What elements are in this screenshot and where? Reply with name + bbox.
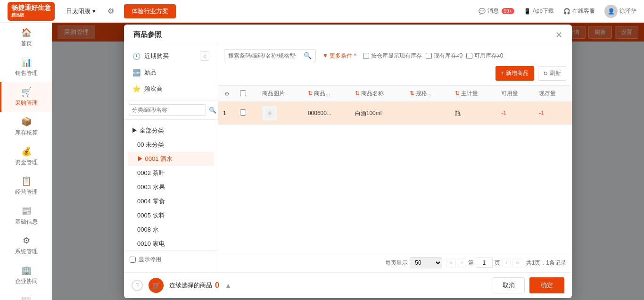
row-name: 白酒100ml: [350, 102, 405, 125]
cat-0010-label: 0010 家电: [137, 240, 165, 248]
settings-col-header[interactable]: ⚙: [218, 86, 235, 102]
row-checkbox[interactable]: [240, 109, 246, 116]
online-service-label: 在线客服: [572, 7, 595, 15]
message-badge: 99+: [502, 8, 514, 14]
category-search-icon[interactable]: 🔍: [209, 107, 216, 114]
cat-all[interactable]: ▶ 全部分类: [128, 124, 214, 138]
name-col-header[interactable]: ⇅ 商品名称: [350, 86, 405, 102]
row-code: 000600...: [303, 102, 350, 125]
message-item[interactable]: 💬 消息 99+: [479, 7, 514, 15]
cat-0005[interactable]: 0005 饮料: [128, 208, 214, 223]
selected-label: 连续选择的商品: [169, 281, 212, 290]
cat-00[interactable]: 00 未分类: [128, 138, 214, 152]
show-disabled-row: 显示停用: [124, 250, 218, 268]
store-name: 日太阳膜: [66, 7, 91, 16]
sidebar-item-enterprise[interactable]: 🏢 企业协同: [0, 260, 51, 290]
cat-all-label: ▶ 全部分类: [132, 126, 164, 135]
product-thumbnail: 图: [262, 106, 277, 121]
chevron-down-icon: ▾: [92, 8, 96, 15]
help-icon[interactable]: ?: [132, 280, 143, 291]
image-col-header: 商品图片: [257, 86, 303, 102]
table-row[interactable]: 1 图: [218, 102, 572, 125]
stock-not-zero-checkbox[interactable]: 现有库存≠0: [426, 52, 462, 60]
cat-0010[interactable]: 0010 家电: [128, 237, 214, 250]
sidebar-item-sales[interactable]: 📊 销售管理: [0, 52, 51, 82]
navbar-center: ⚙ 体验行业方案: [103, 4, 479, 19]
cat-0002[interactable]: 0002 茶叶: [128, 166, 214, 180]
refresh-button[interactable]: ↻ 刷新: [538, 66, 566, 81]
code-col-header[interactable]: ⇅ 商品...: [303, 86, 350, 102]
sidebar-item-basic-info[interactable]: 📰 基础信息: [0, 201, 51, 231]
checkbox-col-header[interactable]: [235, 86, 257, 102]
select-all-checkbox[interactable]: [240, 90, 246, 96]
footer-actions: 取消 确定: [493, 277, 564, 293]
warehouse-stock-label: 按仓库显示现有库存: [371, 52, 422, 60]
collapse-icon[interactable]: «: [200, 51, 209, 61]
confirm-button[interactable]: 确定: [529, 277, 564, 293]
product-reference-modal: 商品参照 ✕ 🕐 近期购买 «: [124, 25, 572, 298]
last-page-button[interactable]: »: [512, 258, 522, 267]
product-table: ⚙ 商品图片 ⇅ 商品... ⇅ 商品名称: [218, 86, 572, 125]
message-icon: 💬: [479, 8, 486, 15]
category-search-input[interactable]: [129, 104, 206, 116]
filter-button[interactable]: ▼ 更多条件 ^: [320, 50, 359, 62]
cat-0008[interactable]: 0008 水: [128, 223, 214, 237]
sidebar-item-purchase[interactable]: 🛒 采购管理: [0, 82, 51, 112]
page-size-select[interactable]: 10 20 50 100: [410, 257, 442, 268]
svg-text:图: 图: [268, 111, 272, 116]
footer-collapse-icon[interactable]: ▲: [225, 282, 231, 289]
next-page-button[interactable]: ›: [502, 258, 511, 267]
available-not-zero-input[interactable]: [466, 53, 472, 59]
warehouse-stock-input[interactable]: [363, 53, 369, 59]
row-image-cell: 图: [257, 102, 303, 125]
unit-col-header[interactable]: ⇅ 主计量: [450, 86, 497, 102]
cat-0001[interactable]: ▶ 0001 酒水: [128, 152, 214, 166]
cat-0004[interactable]: 0004 零食: [128, 194, 214, 208]
warehouse-stock-checkbox[interactable]: 按仓库显示现有库存: [363, 52, 422, 60]
cat-0001-label: ▶ 0001 酒水: [137, 155, 173, 163]
settings-icon[interactable]: ⚙: [103, 4, 118, 19]
sidebar-item-label: 库存核算: [15, 129, 38, 137]
spec-col-header[interactable]: ⇅ 规格...: [405, 86, 450, 102]
recent-purchase-item[interactable]: 🕐 近期购买 «: [128, 48, 214, 64]
sidebar-item-inventory[interactable]: 📦 库存核算: [0, 112, 51, 142]
cart-icon[interactable]: 🛒: [149, 278, 164, 293]
sidebar: 🏠 首页 📊 销售管理 🛒 采购管理 📦 库存核算 💰 资金管理 📋 经营管理 …: [0, 23, 52, 300]
clock-icon: 🕐: [132, 52, 140, 60]
sales-icon: 📊: [21, 57, 32, 67]
modal-close-button[interactable]: ✕: [555, 31, 562, 39]
message-label: 消息: [487, 7, 499, 15]
navbar: 畅捷通好生意 精品版 日太阳膜 ▾ ⚙ 体验行业方案 💬 消息 99+ 📱 Ap…: [0, 0, 644, 23]
sidebar-item-system[interactable]: ⚙ 系统管理: [0, 231, 51, 260]
sidebar-item-label: 企业协同: [15, 277, 38, 285]
refresh-icon: ↻: [543, 70, 548, 77]
row-checkbox-cell[interactable]: [235, 102, 257, 125]
cancel-button[interactable]: 取消: [493, 277, 525, 293]
sort-icon: ⇅: [308, 90, 313, 97]
prev-page-button[interactable]: ‹: [458, 258, 466, 267]
frequent-item[interactable]: ⭐ 频次高: [128, 81, 214, 96]
product-search-input[interactable]: [224, 50, 300, 61]
store-selector[interactable]: 日太阳膜 ▾: [62, 5, 99, 17]
page-label2: 页: [495, 259, 500, 267]
show-disabled-checkbox[interactable]: [130, 257, 136, 263]
sidebar-item-operations[interactable]: 📋 经营管理: [0, 171, 51, 201]
available-not-zero-checkbox[interactable]: 可用库存≠0: [466, 52, 503, 60]
frequent-label: 频次高: [144, 84, 163, 93]
user-info[interactable]: 👤 徐泽华: [604, 5, 636, 18]
sort-icon2: ⇅: [355, 90, 360, 97]
sidebar-item-finance[interactable]: 💰 资金管理: [0, 142, 51, 171]
product-search-button[interactable]: 🔍: [300, 50, 315, 62]
add-product-button[interactable]: + 新增商品: [495, 66, 534, 81]
page-number-input[interactable]: [476, 258, 493, 268]
modal-body: 🕐 近期购买 « 🆕 新品 ⭐ 频次高: [124, 44, 572, 272]
app-download-item[interactable]: 📱 App下载: [524, 7, 554, 15]
online-service-item[interactable]: 🎧 在线客服: [563, 7, 595, 15]
cat-0003[interactable]: 0003 水果: [128, 180, 214, 194]
sidebar-item-home[interactable]: 🏠 首页: [0, 23, 51, 52]
new-product-item[interactable]: 🆕 新品: [128, 65, 214, 80]
sidebar-item-guide[interactable]: 📖 新手引导: [0, 290, 51, 300]
first-page-button[interactable]: «: [446, 258, 456, 267]
experience-btn[interactable]: 体验行业方案: [124, 4, 176, 18]
stock-not-zero-input[interactable]: [426, 53, 432, 59]
